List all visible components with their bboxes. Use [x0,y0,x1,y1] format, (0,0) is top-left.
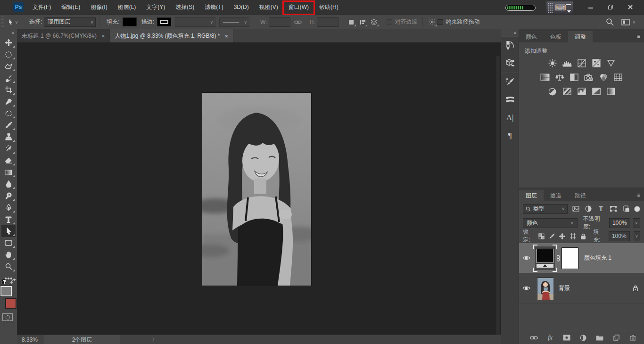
tab-adjustments[interactable]: 调整 [568,31,593,42]
hand-tool[interactable] [1,249,16,261]
swap-colors-icon[interactable] [10,278,16,284]
width-input[interactable] [269,17,290,27]
opacity-dropdown-button[interactable]: ∨ [633,218,640,228]
lock-image-pixels-button[interactable] [549,232,555,240]
menu-help[interactable]: 帮助(H) [314,0,344,14]
options-grip[interactable] [1,16,4,28]
eraser-tool[interactable] [1,155,16,166]
brushes-panel-button[interactable] [504,94,516,105]
paragraph-panel-button[interactable]: ¶ [504,130,516,141]
3d-panel-button[interactable] [504,57,516,69]
eyedropper-tool[interactable] [1,96,16,107]
canvas[interactable] [17,42,501,335]
marquee-tool[interactable] [1,49,16,60]
keyboard-icon[interactable]: ⌨ [554,4,566,12]
search-icon[interactable] [606,18,614,26]
fill-layer-thumbnail[interactable] [535,246,555,270]
menu-image[interactable]: 图像(I) [85,0,112,14]
brush-tool[interactable] [1,119,16,131]
new-group-button[interactable] [595,333,604,343]
doc-tab-portrait[interactable]: 人物1.jpg @ 8.33% (颜色填充 1, RGB/8) * × [110,29,233,42]
ime-dropdown-icon[interactable] [567,10,571,13]
layer-mask-link-icon[interactable] [555,255,561,262]
brush-settings-panel-button[interactable] [504,76,516,87]
constrain-path-checkbox[interactable] [438,19,443,25]
menu-type[interactable]: 文字(Y) [141,0,170,14]
tab-close-icon[interactable]: × [101,33,105,40]
restore-button[interactable] [601,0,620,14]
path-arrangement-button[interactable] [368,17,380,27]
threshold-button[interactable] [577,87,587,96]
channel-mixer-button[interactable] [598,73,609,82]
layer-row-background[interactable]: 背景 [519,273,644,303]
panel-menu-icon[interactable]: ≡ [637,33,640,40]
opacity-value[interactable]: 100% [609,218,630,228]
new-layer-button[interactable] [611,333,621,343]
type-tool[interactable] [1,213,16,225]
background-lock-icon[interactable] [633,285,638,291]
ime-grip[interactable] [547,2,553,13]
menu-edit[interactable]: 编辑(E) [56,0,85,14]
new-adjustment-layer-button[interactable] [578,333,588,343]
status-expand-chevron[interactable]: 〉 [120,336,162,344]
panel-menu-icon[interactable]: ≡ [637,192,640,198]
filter-type-layers-button[interactable]: T [596,204,606,213]
path-operations-button[interactable] [346,17,357,27]
posterize-button[interactable] [562,87,572,96]
color-balance-button[interactable] [554,73,565,82]
link-dimensions-button[interactable] [292,17,304,27]
doc-tab-untitled[interactable]: 未标题-1 @ 66.7%(CMYK/8#) × [17,29,110,42]
quick-selection-tool[interactable] [1,72,16,84]
tab-color[interactable]: 颜色 [519,31,544,42]
zoom-level[interactable]: 8.33% [17,336,44,343]
character-panel-button[interactable]: A| [504,112,516,123]
screen-mode-button[interactable] [4,323,13,327]
color-lookup-button[interactable] [613,73,623,82]
layer-row-color-fill[interactable]: 颜色填充 1 [519,243,644,273]
select-mode-dropdown[interactable]: 现用图层∨ [44,17,96,27]
photo-filter-button[interactable] [584,73,594,82]
lock-position-button[interactable] [559,232,566,240]
minimize-button[interactable] [581,0,601,14]
menu-filter[interactable]: 滤镜(T) [199,0,228,14]
menu-view[interactable]: 视图(V) [254,0,283,14]
history-panel-button[interactable] [504,40,516,51]
filter-adjustment-layers-button[interactable] [584,204,593,213]
layer-name[interactable]: 背景 [559,284,570,292]
fill-dropdown-button[interactable]: ∨ [634,231,640,241]
close-button[interactable] [620,0,640,14]
lock-all-button[interactable] [580,232,586,240]
black-white-button[interactable] [569,73,579,82]
menu-3d[interactable]: 3D(D) [229,0,254,14]
menu-select[interactable]: 选择(S) [170,0,199,14]
filter-shape-layers-button[interactable] [609,204,619,213]
ime-language-bar[interactable]: ⌨ ▬ [546,1,573,14]
hue-saturation-button[interactable] [540,73,550,82]
tab-paths[interactable]: 路径 [568,190,593,201]
menu-window-highlighted[interactable]: 窗口(W) [283,0,314,14]
tool-settings-button[interactable] [426,17,438,27]
gradient-map-button[interactable] [591,87,602,96]
stroke-width-dropdown[interactable]: ∨ [175,17,215,27]
toolbar-collapse-button[interactable]: » [0,29,17,37]
align-edges-checkbox[interactable] [387,19,392,25]
path-alignment-button[interactable] [357,17,368,27]
canvas-scrollbar[interactable] [496,56,500,344]
menu-layer[interactable]: 图层(L) [113,0,141,14]
expand-panels-button[interactable]: « [501,29,519,36]
tab-swatches[interactable]: 色板 [544,31,568,42]
lock-artboard-button[interactable] [570,232,576,240]
dodge-tool[interactable] [1,190,16,202]
filter-smart-objects-button[interactable] [621,204,631,213]
tab-close-icon[interactable]: × [224,33,228,40]
quick-mask-button[interactable] [2,313,13,321]
layer-filter-toggle[interactable] [634,206,640,212]
layer-filter-type-dropdown[interactable]: 类型 ∨ [523,204,568,214]
background-color-swatch[interactable] [5,298,17,309]
layer-style-button[interactable]: fx [545,333,555,343]
history-brush-tool[interactable] [1,143,16,155]
exposure-button[interactable] [591,58,602,68]
crop-tool[interactable] [1,84,16,96]
tab-layers[interactable]: 图层 [519,190,544,201]
tool-preset-button[interactable]: ∨ [7,17,18,27]
